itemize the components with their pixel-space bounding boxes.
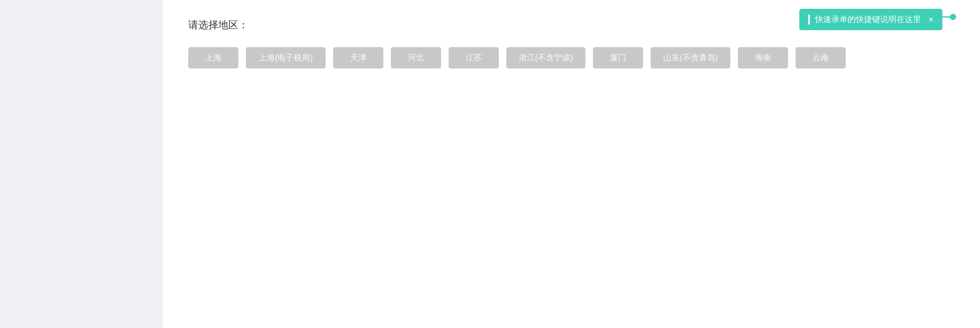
tooltip-bar <box>808 14 810 25</box>
sidebar <box>0 0 163 328</box>
main-content: 请选择地区： 上海上海(电子税局)天津河北江苏浙江(不含宁波)厦门山东(不含青岛… <box>163 0 980 328</box>
region-buttons-container: 上海上海(电子税局)天津河北江苏浙江(不含宁波)厦门山东(不含青岛)海南云南 <box>188 47 955 68</box>
region-btn-shanghai[interactable]: 上海 <box>188 47 238 68</box>
region-btn-yunnan[interactable]: 云南 <box>796 47 846 68</box>
region-btn-hainan[interactable]: 海南 <box>738 47 788 68</box>
region-btn-xiamen[interactable]: 厦门 <box>593 47 643 68</box>
tooltip-banner: 快速录单的快捷键说明在这里 × <box>799 9 942 30</box>
region-btn-zhejiang[interactable]: 浙江(不含宁波) <box>506 47 586 68</box>
region-btn-jiangsu[interactable]: 江苏 <box>449 47 499 68</box>
close-icon[interactable]: × <box>929 14 934 25</box>
region-btn-tianjin[interactable]: 天津 <box>333 47 383 68</box>
tooltip-text: 快速录单的快捷键说明在这里 <box>815 14 921 25</box>
tooltip-connector-dot <box>950 14 956 20</box>
region-btn-shanghai-etax[interactable]: 上海(电子税局) <box>246 47 326 68</box>
region-btn-shandong[interactable]: 山东(不含青岛) <box>651 47 730 68</box>
region-btn-hebei[interactable]: 河北 <box>391 47 441 68</box>
